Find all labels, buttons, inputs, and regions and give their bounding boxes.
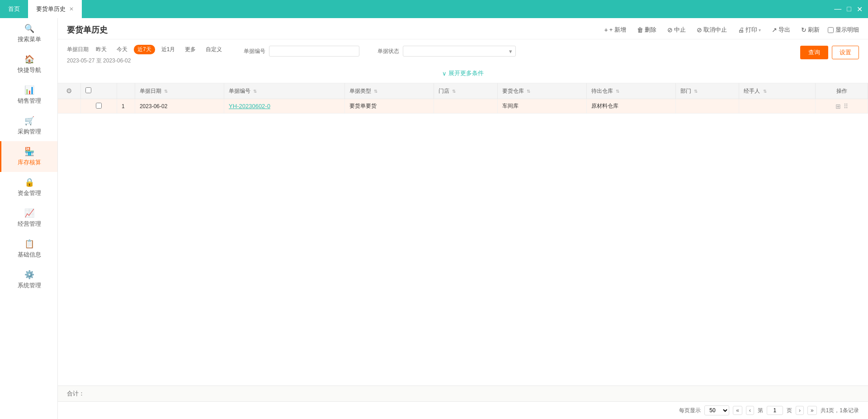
new-button[interactable]: + + 新增 [602, 24, 629, 35]
display-detail-label: 显示明细 [835, 26, 859, 34]
table-header-row: ⚙ 单据日期 ⇅ 单据编号 ⇅ 单据类型 ⇅ [58, 83, 868, 99]
tab-home-label: 首页 [8, 5, 20, 13]
delete-button[interactable]: 🗑 删除 [634, 24, 659, 35]
row-edit-icon[interactable]: ⊞ [835, 103, 841, 110]
query-button[interactable]: 查询 [800, 46, 828, 59]
sidebar-item-search-menu[interactable]: 🔍 搜索菜单 [0, 18, 57, 49]
row-settings-cell [58, 99, 80, 114]
sidebar-label-finance: 资金管理 [18, 189, 41, 197]
display-detail-checkbox[interactable] [828, 27, 834, 33]
print-button[interactable]: 🖨 打印 ▾ [735, 24, 764, 35]
export-button[interactable]: ↗ 导出 [769, 24, 793, 35]
refresh-button[interactable]: ↻ 刷新 [798, 24, 822, 35]
main-layout: 🔍 搜索菜单 🏠 快捷导航 📊 销售管理 🛒 采购管理 🏪 库存核算 🔒 资金管… [0, 18, 868, 419]
system-icon: ⚙️ [24, 270, 34, 280]
action-buttons: 查询 设置 [800, 45, 859, 59]
sidebar-label-system: 系统管理 [18, 281, 41, 290]
status-select[interactable] [403, 46, 516, 57]
row-number-link[interactable]: YH-20230602-0 [229, 103, 270, 110]
sort-number-icon: ⇅ [253, 89, 257, 94]
next-page-button[interactable]: › [796, 406, 804, 415]
display-detail-toggle[interactable]: 显示明细 [828, 26, 859, 34]
status-select-wrap [403, 46, 516, 57]
th-seq [117, 83, 135, 99]
row-type: 要货单要货 [344, 99, 434, 114]
content-area: 要货单历史 + + 新增 🗑 删除 ⊘ 中止 ⊘ 取消中止 [58, 18, 868, 419]
th-checkbox [80, 83, 117, 99]
doc-number-group: 单据编号 [244, 45, 359, 57]
tab-home[interactable]: 首页 [0, 0, 28, 18]
th-req-warehouse[interactable]: 要货仓库 ⇅ [497, 83, 586, 99]
row-store [434, 99, 497, 114]
pill-more[interactable]: 更多 [181, 45, 199, 54]
tab-close-icon[interactable]: ✕ [69, 6, 74, 12]
row-checkbox[interactable] [96, 103, 102, 109]
data-table: ⚙ 单据日期 ⇅ 单据编号 ⇅ 单据类型 ⇅ [58, 83, 868, 114]
print-label: 打印 [745, 26, 757, 34]
sidebar-item-inventory[interactable]: 🏪 库存核算 [0, 141, 57, 172]
print-icon: 🖨 [738, 26, 744, 33]
sidebar-label-inventory: 库存核算 [18, 158, 41, 167]
suspend-label: 中止 [674, 26, 686, 34]
status-filter-group: 单据状态 [377, 45, 516, 57]
tab-order-history[interactable]: 要货单历史 ✕ [28, 0, 82, 18]
th-handler[interactable]: 经手人 ⇅ [739, 83, 816, 99]
pill-yesterday[interactable]: 昨天 [92, 45, 110, 54]
doc-number-input[interactable] [269, 46, 359, 57]
row-handler [739, 99, 816, 114]
sidebar-item-basic-info[interactable]: 📋 基础信息 [0, 233, 57, 264]
sidebar-label-basic-info: 基础信息 [18, 251, 41, 259]
pill-custom[interactable]: 自定义 [202, 45, 226, 54]
maximize-icon[interactable]: □ [847, 5, 851, 13]
basic-info-icon: 📋 [24, 239, 34, 249]
sidebar-item-sales[interactable]: 📊 销售管理 [0, 80, 57, 110]
th-operation: 操作 [816, 83, 868, 99]
finance-icon: 🔒 [24, 177, 34, 187]
first-page-button[interactable]: « [733, 406, 742, 415]
th-store[interactable]: 门店 ⇅ [434, 83, 497, 99]
export-label: 导出 [778, 26, 790, 34]
close-icon[interactable]: ✕ [857, 5, 863, 14]
sidebar-item-purchase[interactable]: 🛒 采购管理 [0, 110, 57, 141]
expand-more-button[interactable]: ∨ 展开更多条件 [67, 69, 859, 77]
search-menu-icon: 🔍 [24, 24, 34, 33]
minimize-icon[interactable]: — [834, 5, 841, 13]
pill-today[interactable]: 今天 [113, 45, 131, 54]
page-size-select[interactable]: 50 10 20 100 [704, 405, 729, 415]
pill-1month[interactable]: 近1月 [158, 45, 179, 54]
th-settings[interactable]: ⚙ [58, 83, 80, 99]
sidebar-item-operations[interactable]: 📈 经营管理 [0, 203, 57, 233]
date-filter-group: 单据日期 昨天 今天 近7天 近1月 更多 自定义 2023-05-27 至 2… [67, 45, 226, 65]
sales-icon: 📊 [24, 85, 34, 95]
th-department[interactable]: 部门 ⇅ [675, 83, 739, 99]
th-number[interactable]: 单据编号 ⇅ [224, 83, 345, 99]
th-date[interactable]: 单据日期 ⇅ [135, 83, 224, 99]
cancel-suspend-button[interactable]: ⊘ 取消中止 [694, 24, 730, 35]
date-filter-label: 单据日期 [67, 46, 89, 53]
row-seq: 1 [117, 99, 135, 114]
date-range-display: 2023-05-27 至 2023-06-02 [67, 57, 226, 65]
row-number[interactable]: YH-20230602-0 [224, 99, 345, 114]
pill-7days[interactable]: 近7天 [134, 45, 155, 54]
th-pending-warehouse[interactable]: 待出仓库 ⇅ [586, 83, 675, 99]
doc-number-label: 单据编号 [244, 48, 265, 55]
filter-area: 单据日期 昨天 今天 近7天 近1月 更多 自定义 2023-05-27 至 2… [58, 39, 868, 83]
select-all-checkbox[interactable] [85, 87, 91, 93]
sidebar-item-finance[interactable]: 🔒 资金管理 [0, 172, 57, 203]
cancel-suspend-icon: ⊘ [697, 26, 702, 33]
page-number-input[interactable] [767, 406, 783, 415]
export-icon: ↗ [772, 26, 777, 33]
row-more-icon[interactable]: ⠿ [844, 103, 848, 110]
expand-more-icon: ∨ [442, 70, 447, 77]
suspend-button[interactable]: ⊘ 中止 [665, 24, 689, 35]
sidebar-item-system[interactable]: ⚙️ 系统管理 [0, 264, 57, 295]
sidebar-item-quick-nav[interactable]: 🏠 快捷导航 [0, 49, 57, 80]
last-page-button[interactable]: » [807, 406, 817, 415]
inventory-icon: 🏪 [24, 147, 34, 157]
purchase-icon: 🛒 [24, 116, 34, 126]
table-settings-icon[interactable]: ⚙ [66, 87, 72, 95]
prev-page-button[interactable]: ‹ [746, 406, 754, 415]
settings-button[interactable]: 设置 [832, 46, 859, 59]
th-type[interactable]: 单据类型 ⇅ [344, 83, 434, 99]
tab-order-history-label: 要货单历史 [36, 5, 66, 13]
